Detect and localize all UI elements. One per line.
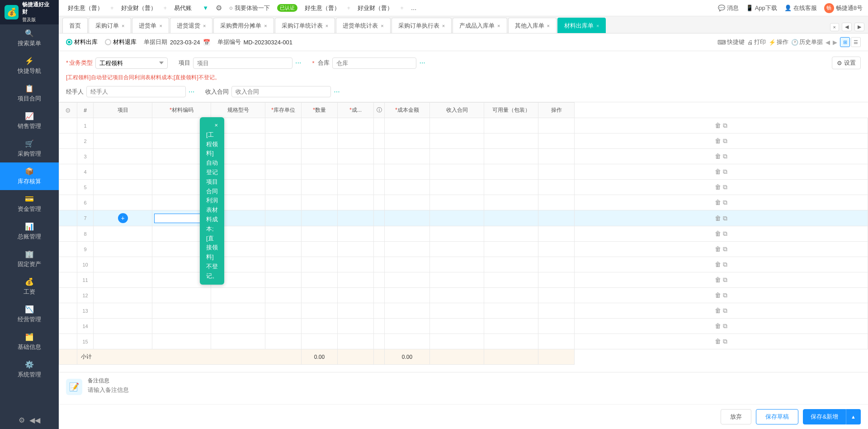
tab-goods-stats[interactable]: 进货单统计表 × — [336, 18, 390, 33]
sidebar-item-shortcuts[interactable]: ⚡ 快捷导航 — [0, 52, 59, 80]
tab-close-order-exec[interactable]: × — [442, 23, 445, 29]
delete-row-btn[interactable]: 🗑 — [715, 122, 721, 129]
tab-home[interactable]: 首页 — [62, 18, 88, 33]
operations-btn[interactable]: ⚡ 操作 — [769, 38, 788, 46]
warehouse-dots[interactable]: ··· — [419, 59, 425, 67]
topbar-more-icon[interactable]: ▼ — [199, 4, 212, 12]
tab-purchase-stats[interactable]: 采购订单统计表 × — [275, 18, 335, 33]
delete-row-btn[interactable]: 🗑 — [715, 291, 721, 299]
copy-row-btn[interactable]: ⧉ — [723, 261, 727, 268]
sidebar-item-finance[interactable]: 💳 资金管理 — [0, 190, 59, 218]
sidebar-item-accounting[interactable]: 📊 总账管理 — [0, 218, 59, 245]
remarks-input[interactable] — [88, 386, 269, 393]
mode-return-radio[interactable]: 材料退库 — [105, 38, 137, 46]
business-type-select[interactable]: 工程领料 — [95, 57, 168, 69]
delete-row-btn[interactable]: 🗑 — [715, 183, 721, 191]
topbar-yidaili[interactable]: 易代账 — [170, 3, 195, 13]
income-contract-dots[interactable]: ··· — [334, 88, 340, 96]
copy-row-btn[interactable]: ⧉ — [723, 230, 727, 238]
topbar-message[interactable]: 💬 消息 — [718, 4, 739, 12]
calendar-icon[interactable]: 📅 — [203, 39, 210, 46]
copy-row-btn[interactable]: ⧉ — [723, 183, 727, 191]
copy-row-btn[interactable]: ⧉ — [723, 199, 727, 206]
topbar-haoyecai2[interactable]: 好业财（普） — [354, 3, 396, 13]
project-dots[interactable]: ··· — [295, 59, 301, 67]
copy-row-btn[interactable]: ⧉ — [723, 322, 727, 330]
save-draft-button[interactable]: 保存草稿 — [756, 409, 798, 424]
delete-row-btn[interactable]: 🗑 — [715, 214, 721, 222]
sidebar-item-search[interactable]: 🔍 搜索菜单 — [0, 24, 59, 52]
tab-nav-next[interactable]: ▶ — [854, 23, 864, 31]
sidebar-collapse-btn[interactable]: ◀◀ — [29, 416, 40, 424]
delete-row-btn[interactable]: 🗑 — [715, 137, 721, 145]
add-row-btn[interactable]: + — [118, 213, 128, 223]
save-new-button[interactable]: 保存&新增 — [803, 409, 846, 424]
nav-next-btn[interactable]: ▶ — [833, 39, 837, 46]
delete-row-btn[interactable]: 🗑 — [715, 261, 721, 268]
print-btn[interactable]: 🖨 打印 — [747, 38, 766, 46]
sidebar-item-operations[interactable]: 📉 经营管理 — [0, 300, 59, 328]
topbar-more2[interactable]: … — [407, 4, 420, 12]
copy-row-btn[interactable]: ⧉ — [723, 214, 727, 222]
income-contract-input[interactable] — [231, 86, 331, 97]
topbar-experience[interactable]: ○ 我要体验一下 — [226, 3, 273, 13]
tab-close-goods-stats[interactable]: × — [381, 23, 383, 29]
copy-row-btn[interactable]: ⧉ — [723, 122, 727, 129]
topbar-haoshengyi[interactable]: 好生意（普） — [64, 3, 107, 13]
tab-material-out[interactable]: 材料出库单 × — [557, 18, 606, 33]
history-btn[interactable]: 🕐 历史单据 — [791, 38, 823, 46]
tab-close-all[interactable]: × — [830, 23, 839, 31]
tab-close-material-out[interactable]: × — [596, 23, 599, 29]
list-view-btn[interactable]: ☰ — [851, 37, 861, 47]
add-row-cell[interactable]: + — [94, 210, 152, 226]
mode-out-radio[interactable]: 材料出库 — [66, 38, 98, 46]
sidebar-item-salary[interactable]: 💰 工资 — [0, 273, 59, 300]
delete-row-btn[interactable]: 🗑 — [715, 245, 721, 253]
topbar-user[interactable]: 畅 畅捷通8号 — [824, 3, 863, 13]
nav-prev-btn[interactable]: ◀ — [826, 39, 830, 46]
delete-row-btn[interactable]: 🗑 — [715, 153, 721, 160]
topbar-haoyecai[interactable]: 好业财（普） — [118, 3, 160, 13]
tab-purchase-order[interactable]: 采购订单 × — [89, 18, 131, 33]
sidebar-item-project[interactable]: 📋 项目合同 — [0, 80, 59, 107]
discard-button[interactable]: 放弃 — [721, 409, 751, 424]
tab-expense-split[interactable]: 采购费用分摊单 × — [213, 18, 274, 33]
col-settings-icon[interactable]: ⚙ — [65, 107, 71, 114]
copy-row-btn[interactable]: ⧉ — [723, 338, 727, 345]
delete-row-btn[interactable]: 🗑 — [715, 230, 721, 238]
tab-order-exec[interactable]: 采购订单执行表 × — [392, 18, 452, 33]
handler-dots[interactable]: ··· — [189, 88, 194, 96]
copy-row-btn[interactable]: ⧉ — [723, 291, 727, 299]
sidebar-item-basic[interactable]: 🗂️ 基础信息 — [0, 328, 59, 356]
number-value[interactable]: MD-20230324-001 — [244, 39, 292, 46]
tab-close-goods-return[interactable]: × — [203, 23, 206, 29]
topbar-online-service[interactable]: 👤 在线客服 — [784, 4, 817, 12]
delete-row-btn[interactable]: 🗑 — [715, 199, 721, 206]
project-input[interactable] — [193, 57, 292, 69]
sidebar-item-purchase[interactable]: 🛒 采购管理 — [0, 135, 59, 162]
copy-row-btn[interactable]: ⧉ — [723, 307, 727, 315]
tab-goods-in[interactable]: 进货单 × — [132, 18, 169, 33]
settings-btn[interactable]: ⚙ 设置 — [832, 57, 861, 69]
delete-row-btn[interactable]: 🗑 — [715, 307, 721, 315]
sidebar-item-system[interactable]: ⚙️ 系统管理 — [0, 356, 59, 383]
tab-product-in[interactable]: 产成品入库单 × — [453, 18, 507, 33]
tab-nav-prev[interactable]: ◀ — [842, 23, 852, 31]
tooltip-close-btn[interactable]: × — [214, 121, 218, 130]
tab-goods-return[interactable]: 进货退货 × — [170, 18, 212, 33]
tab-close-purchase-stats[interactable]: × — [326, 23, 328, 29]
copy-row-btn[interactable]: ⧉ — [723, 168, 727, 176]
warehouse-input[interactable] — [332, 57, 416, 69]
handler-input[interactable] — [86, 86, 186, 97]
save-new-arrow[interactable]: ▲ — [846, 409, 861, 424]
tab-close-other-in[interactable]: × — [547, 23, 550, 29]
delete-row-btn[interactable]: 🗑 — [715, 322, 721, 330]
tab-other-in[interactable]: 其他入库单 × — [508, 18, 557, 33]
date-value[interactable]: 2023-03-24 — [170, 39, 200, 46]
tab-close-product-in[interactable]: × — [497, 23, 500, 29]
tab-close-purchase-order[interactable]: × — [122, 23, 124, 29]
tab-close-expense-split[interactable]: × — [264, 23, 267, 29]
copy-row-btn[interactable]: ⧉ — [723, 276, 727, 284]
grid-view-btn[interactable]: ⊞ — [840, 37, 850, 47]
topbar-settings-icon[interactable]: ⚙ — [216, 4, 222, 12]
